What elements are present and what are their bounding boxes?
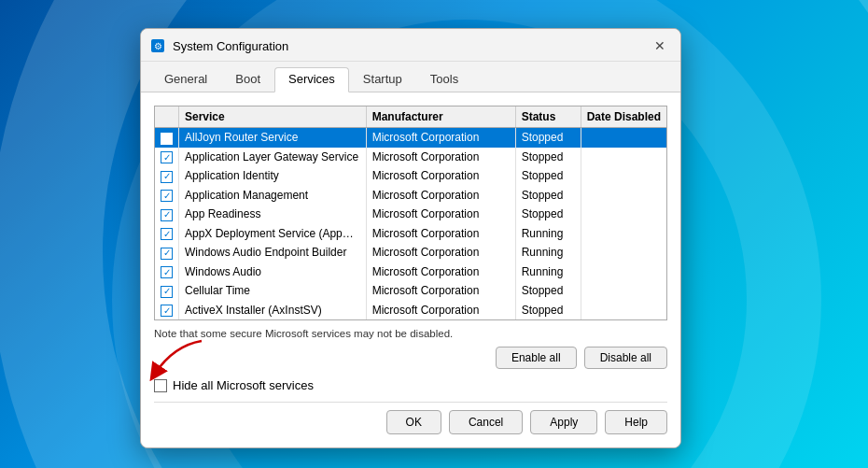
service-status: Stopped	[515, 301, 581, 320]
service-date	[581, 128, 666, 148]
table-row[interactable]: Windows Audio Endpoint BuilderMicrosoft …	[155, 243, 666, 262]
service-checkbox[interactable]	[161, 171, 173, 183]
ok-button[interactable]: OK	[386, 410, 441, 434]
hide-microsoft-checkbox[interactable]	[154, 379, 167, 392]
close-button[interactable]: ✕	[651, 36, 669, 55]
service-name: Windows Audio	[179, 262, 367, 282]
note-text: Note that some secure Microsoft services…	[154, 320, 667, 343]
service-manufacturer: Microsoft Corporation	[366, 186, 515, 206]
table-row[interactable]: Cellular TimeMicrosoft CorporationStoppe…	[155, 281, 666, 301]
table-row[interactable]: Windows AudioMicrosoft CorporationRunnin…	[155, 262, 666, 282]
row-checkbox-cell	[155, 262, 179, 282]
service-manufacturer: Microsoft Corporation	[366, 243, 515, 262]
disable-all-button[interactable]: Disable all	[584, 347, 667, 369]
help-button[interactable]: Help	[605, 410, 667, 434]
service-manufacturer: Microsoft Corporation	[366, 281, 515, 301]
service-name: AllJoyn Router Service	[179, 128, 367, 148]
table-scroll[interactable]: Service Manufacturer Status Date Disable…	[155, 106, 666, 319]
table-row[interactable]: App ReadinessMicrosoft CorporationStoppe…	[155, 205, 666, 224]
table-row[interactable]: AllJoyn Router ServiceMicrosoft Corporat…	[155, 128, 666, 148]
service-status: Stopped	[515, 148, 581, 167]
col-status: Status	[515, 106, 581, 128]
title-bar: ⚙ System Configuration ✕	[141, 29, 680, 62]
service-status: Running	[515, 224, 581, 244]
service-checkbox[interactable]	[161, 228, 173, 240]
service-status: Stopped	[515, 281, 581, 301]
service-date	[581, 205, 666, 224]
dialog-title: System Configuration	[173, 39, 288, 53]
service-name: Application Identity	[179, 166, 367, 186]
action-bar: OK Cancel Apply Help	[154, 402, 667, 438]
service-manufacturer: Microsoft Corporation	[366, 148, 515, 167]
tab-general[interactable]: General	[150, 67, 221, 92]
table-row[interactable]: Application IdentityMicrosoft Corporatio…	[155, 166, 666, 186]
service-manufacturer: Microsoft Corporation	[366, 205, 515, 224]
hide-microsoft-label: Hide all Microsoft services	[173, 378, 314, 392]
services-table-container: Service Manufacturer Status Date Disable…	[154, 106, 667, 320]
service-checkbox[interactable]	[161, 190, 173, 202]
service-checkbox[interactable]	[161, 151, 173, 163]
svg-text:⚙: ⚙	[154, 41, 162, 51]
table-row[interactable]: AppX Deployment Service (AppX…Microsoft …	[155, 224, 666, 244]
service-status: Stopped	[515, 166, 581, 186]
service-checkbox[interactable]	[161, 266, 173, 278]
service-status: Running	[515, 262, 581, 282]
service-date	[581, 224, 666, 244]
service-manufacturer: Microsoft Corporation	[366, 166, 515, 186]
cancel-button[interactable]: Cancel	[449, 410, 523, 434]
table-row[interactable]: Application ManagementMicrosoft Corporat…	[155, 186, 666, 206]
service-manufacturer: Microsoft Corporation	[366, 224, 515, 244]
service-status: Stopped	[515, 128, 581, 148]
service-checkbox[interactable]	[161, 248, 173, 260]
service-date	[581, 262, 666, 282]
service-date	[581, 281, 666, 301]
row-checkbox-cell	[155, 301, 179, 320]
service-name: Cellular Time	[179, 281, 367, 301]
row-checkbox-cell	[155, 186, 179, 206]
service-name: AppX Deployment Service (AppX…	[179, 224, 367, 244]
row-checkbox-cell	[155, 224, 179, 244]
row-checkbox-cell	[155, 281, 179, 301]
service-checkbox[interactable]	[161, 133, 173, 145]
service-status: Stopped	[515, 205, 581, 224]
service-manufacturer: Microsoft Corporation	[366, 301, 515, 320]
row-checkbox-cell	[155, 128, 179, 148]
tab-boot[interactable]: Boot	[221, 67, 274, 92]
service-checkbox[interactable]	[161, 305, 173, 317]
row-checkbox-cell	[155, 243, 179, 262]
service-status: Running	[515, 243, 581, 262]
service-name: Application Management	[179, 186, 367, 206]
col-manufacturer: Manufacturer	[366, 106, 515, 128]
service-date	[581, 148, 666, 167]
system-configuration-dialog: ⚙ System Configuration ✕ General Boot Se…	[140, 28, 681, 448]
col-checkbox	[155, 106, 179, 128]
service-name: ActiveX Installer (AxInstSV)	[179, 301, 367, 320]
table-row[interactable]: Application Layer Gateway ServiceMicroso…	[155, 148, 666, 167]
service-name: Application Layer Gateway Service	[179, 148, 367, 167]
service-date	[581, 186, 666, 206]
apply-button[interactable]: Apply	[530, 410, 597, 434]
service-date	[581, 243, 666, 262]
service-checkbox[interactable]	[161, 286, 173, 298]
row-checkbox-cell	[155, 148, 179, 167]
service-status: Stopped	[515, 186, 581, 206]
service-date	[581, 301, 666, 320]
row-checkbox-cell	[155, 205, 179, 224]
hide-microsoft-row: Hide all Microsoft services	[154, 375, 667, 400]
tab-bar: General Boot Services Startup Tools	[141, 62, 680, 92]
col-service: Service	[179, 106, 367, 128]
tab-services[interactable]: Services	[274, 67, 349, 92]
table-row[interactable]: ActiveX Installer (AxInstSV)Microsoft Co…	[155, 301, 666, 320]
service-date	[581, 166, 666, 186]
service-name: App Readiness	[179, 205, 367, 224]
col-date: Date Disabled	[581, 106, 666, 128]
tab-tools[interactable]: Tools	[416, 67, 472, 92]
service-checkbox[interactable]	[161, 209, 173, 221]
service-manufacturer: Microsoft Corporation	[366, 128, 515, 148]
enable-all-button[interactable]: Enable all	[496, 347, 577, 369]
service-name: Windows Audio Endpoint Builder	[179, 243, 367, 262]
tab-startup[interactable]: Startup	[349, 67, 416, 92]
row-checkbox-cell	[155, 166, 179, 186]
services-table: Service Manufacturer Status Date Disable…	[155, 106, 666, 319]
service-manufacturer: Microsoft Corporation	[366, 262, 515, 282]
